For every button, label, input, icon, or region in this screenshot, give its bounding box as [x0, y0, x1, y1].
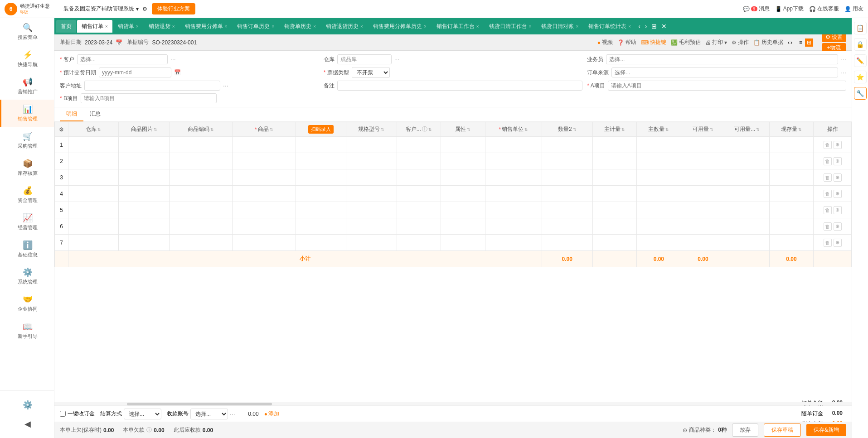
discard-btn[interactable]: 放弃 — [732, 424, 758, 437]
order-source-input[interactable] — [611, 67, 838, 77]
tab-close-icon[interactable]: × — [172, 24, 175, 29]
cell-main-unit[interactable] — [592, 186, 637, 202]
customer-more-btn[interactable]: ··· — [170, 56, 176, 63]
cell-qty2[interactable] — [542, 153, 592, 169]
cell-attr[interactable] — [441, 202, 485, 218]
cell-qty2[interactable] — [542, 186, 592, 202]
cell-qty2[interactable] — [542, 169, 592, 186]
cell-qty2[interactable] — [542, 218, 592, 235]
b-project-input[interactable] — [81, 93, 217, 103]
sidebar-item-collab[interactable]: 🤝 企业协同 — [0, 290, 54, 317]
cell-main-unit[interactable] — [592, 235, 637, 251]
cell-code[interactable] — [169, 235, 232, 251]
tab-close-icon[interactable]: × — [313, 24, 316, 29]
cell-code[interactable] — [169, 169, 232, 186]
cell-warehouse[interactable] — [68, 137, 119, 153]
tab-sales-order[interactable]: 销售订单 × — [77, 20, 112, 33]
cell-stock[interactable] — [769, 186, 814, 202]
cell-image[interactable] — [119, 153, 169, 169]
cell-product[interactable] — [233, 202, 296, 218]
cell-available2[interactable] — [725, 202, 770, 218]
delete-row-btn[interactable]: 🗑 — [824, 222, 832, 231]
cell-warehouse[interactable] — [68, 235, 119, 251]
cell-customer-code[interactable] — [397, 186, 441, 202]
cell-stock[interactable] — [769, 235, 814, 251]
scrollbar-thumb[interactable] — [127, 403, 272, 405]
cell-main-qty[interactable] — [637, 218, 681, 235]
cell-available2[interactable] — [725, 218, 770, 235]
video-btn[interactable]: ● 视频 — [597, 39, 613, 46]
warehouse-input[interactable] — [337, 54, 392, 64]
cell-main-qty[interactable] — [637, 137, 681, 153]
cell-scan[interactable] — [296, 202, 346, 218]
list-view-icon[interactable]: ≡ — [797, 39, 804, 47]
delete-row-btn[interactable]: 🗑 — [824, 157, 832, 165]
cell-main-qty[interactable] — [637, 153, 681, 169]
quick-deposit-checkbox[interactable] — [60, 411, 66, 417]
tab-next-btn[interactable]: › — [643, 23, 649, 30]
cell-stock[interactable] — [769, 137, 814, 153]
sidebar-item-system[interactable]: ⚙️ 系统管理 — [0, 263, 54, 290]
tab-close-icon[interactable]: × — [628, 24, 631, 29]
cell-attr[interactable] — [441, 235, 485, 251]
copy-row-btn[interactable]: ⊕ — [834, 239, 842, 247]
salesman-input[interactable] — [606, 54, 838, 64]
user-menu[interactable]: 👤 用友 — [844, 5, 863, 13]
cell-main-qty[interactable] — [637, 235, 681, 251]
cell-stock[interactable] — [769, 218, 814, 235]
tab-fee-split[interactable]: 销售费用分摊单 × — [180, 20, 232, 33]
tab-close-icon[interactable]: × — [272, 24, 274, 29]
settings-quick-btn[interactable]: ⚙ 设置 — [822, 34, 846, 42]
cell-scan[interactable] — [296, 137, 346, 153]
copy-row-btn[interactable]: ⊕ — [834, 190, 842, 198]
cell-main-unit[interactable] — [592, 202, 637, 218]
cell-spec[interactable] — [346, 186, 397, 202]
cell-spec[interactable] — [346, 235, 397, 251]
account-more-btn[interactable]: ··· — [230, 410, 235, 418]
cell-warehouse[interactable] — [68, 153, 119, 169]
cell-product[interactable] — [233, 153, 296, 169]
delete-row-btn[interactable]: 🗑 — [824, 141, 832, 149]
cell-available[interactable] — [681, 186, 725, 202]
cell-product[interactable] — [233, 186, 296, 202]
tab-slip-history[interactable]: 销货单历史 × — [280, 20, 320, 33]
cell-product[interactable] — [233, 169, 296, 186]
sidebar-item-quick-nav[interactable]: ⚡ 快捷导航 — [0, 45, 54, 72]
cell-available[interactable] — [681, 202, 725, 218]
copy-row-btn[interactable]: ⊕ — [834, 173, 842, 182]
scan-btn[interactable]: 扫码录入 — [308, 125, 334, 134]
tab-close-icon[interactable]: × — [476, 24, 479, 29]
cell-main-unit[interactable] — [592, 137, 637, 153]
salesman-more-btn[interactable]: ··· — [841, 56, 846, 63]
prev-record-icon[interactable]: ‹ — [788, 39, 790, 46]
online-service-btn[interactable]: 🎧 在线客服 — [809, 5, 839, 13]
copy-row-btn[interactable]: ⊕ — [834, 157, 842, 165]
sidebar-item-finance[interactable]: 💰 资金管理 — [0, 181, 54, 208]
cell-product[interactable] — [233, 235, 296, 251]
add-payment-btn[interactable]: ● 添加 — [264, 410, 279, 418]
sidebar-item-operations[interactable]: 📈 经营管理 — [0, 208, 54, 236]
copy-row-btn[interactable]: ⊕ — [834, 222, 842, 231]
margin-btn[interactable]: 💹 毛利预估 — [671, 39, 701, 46]
horizontal-scrollbar[interactable] — [54, 402, 852, 405]
cell-unit[interactable] — [485, 153, 542, 169]
cell-customer-code[interactable] — [397, 202, 441, 218]
cell-unit[interactable] — [485, 186, 542, 202]
delivery-calendar-icon[interactable]: 📅 — [174, 69, 181, 76]
cell-product[interactable] — [233, 218, 296, 235]
tab-daily-workbench[interactable]: 钱货日清工作台 × — [485, 20, 536, 33]
cell-available[interactable] — [681, 153, 725, 169]
sidebar-item-info[interactable]: ℹ️ 基础信息 — [0, 236, 54, 263]
delete-row-btn[interactable]: 🗑 — [824, 173, 832, 182]
tab-close-icon[interactable]: × — [576, 24, 578, 29]
sidebar-item-marketing[interactable]: 📢 营销推广 — [0, 72, 54, 100]
tab-order-history[interactable]: 销售订单历史 × — [233, 20, 279, 33]
cell-unit[interactable] — [485, 218, 542, 235]
sidebar-item-guide[interactable]: 📖 新手引导 — [0, 317, 54, 344]
order-source-more-btn[interactable]: ··· — [841, 69, 846, 76]
tab-summary[interactable]: 汇总 — [83, 107, 107, 121]
calendar-icon[interactable]: 📅 — [116, 39, 122, 46]
tab-close-icon[interactable]: × — [360, 24, 363, 29]
cell-scan[interactable] — [296, 235, 346, 251]
cell-spec[interactable] — [346, 202, 397, 218]
